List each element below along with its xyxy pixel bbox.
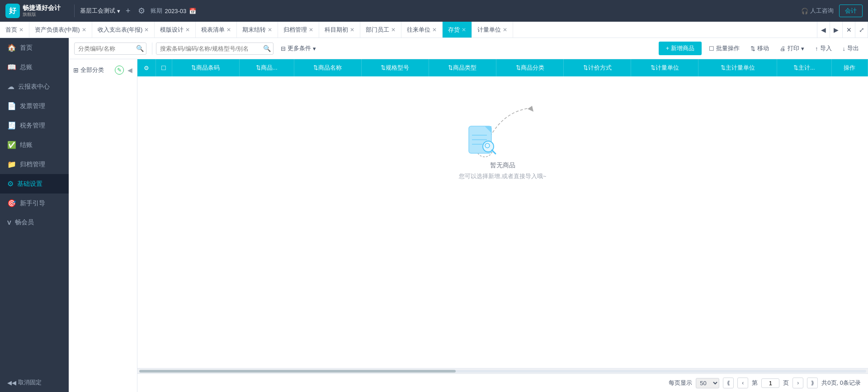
product-search-input[interactable] [156, 43, 274, 55]
col-price-method[interactable]: ⇅计价方式 [564, 59, 631, 76]
new-product-btn[interactable]: + 新增商品 [659, 42, 702, 55]
right-content: ⚙ ☐ ⇅商品条码 ⇅商品... ⇅商品名称 [137, 59, 868, 392]
tab-income-report-close[interactable]: ✕ [144, 27, 149, 33]
tab-subject-init-close[interactable]: ✕ [350, 27, 354, 33]
tab-archive-close[interactable]: ✕ [309, 27, 313, 33]
header-divider [74, 5, 75, 17]
batch-op-label: 批量操作 [716, 44, 740, 52]
tab-home-close[interactable]: ✕ [19, 27, 24, 33]
tab-dept-staff-label: 部门员工 [366, 26, 389, 34]
sidebar-item-basic-settings[interactable]: ⚙ 基础设置 [0, 174, 69, 194]
account-button[interactable]: 会计 [839, 5, 863, 17]
invoice-icon: 📄 [7, 102, 16, 110]
batch-icon: ☐ [709, 45, 714, 52]
tab-period-transfer-close[interactable]: ✕ [268, 27, 272, 33]
sidebar-item-member[interactable]: V 畅会员 [0, 213, 69, 232]
tab-measure-unit[interactable]: 计量单位 ✕ [472, 22, 513, 38]
batch-op-btn[interactable]: ☐ 批量操作 [705, 43, 743, 54]
tab-balance-sheet-close[interactable]: ✕ [82, 27, 86, 33]
tab-dept-staff[interactable]: 部门员工 ✕ [360, 22, 401, 38]
sidebar-item-cloud-report[interactable]: ☁ 云报表中心 [0, 77, 69, 96]
tab-bar: 首页 ✕ 资产负债表(中期) ✕ 收入支出表(年报) ✕ 模版设计 ✕ 税表清单… [0, 22, 868, 38]
page-first-btn[interactable]: ⟪ [723, 378, 734, 388]
tab-balance-sheet[interactable]: 资产负债表(中期) ✕ [29, 22, 92, 38]
settings-btn[interactable]: ⚙ [136, 6, 147, 16]
col-name[interactable]: ⇅商品名称 [294, 59, 361, 76]
sidebar-item-tax-label: 税务管理 [20, 122, 45, 130]
sidebar-item-ledger[interactable]: 📖 总账 [0, 57, 69, 77]
col-spec[interactable]: ⇅规格型号 [361, 59, 429, 76]
add-tab-btn[interactable]: + [124, 6, 132, 16]
table-container: ⚙ ☐ ⇅商品条码 ⇅商品... ⇅商品名称 [137, 59, 868, 368]
print-btn[interactable]: 🖨 打印 ▾ [776, 43, 808, 54]
tab-scroll-right[interactable]: ▶ [830, 22, 843, 38]
tab-contacts-close[interactable]: ✕ [432, 27, 437, 33]
tab-tax-list[interactable]: 税表清单 ✕ [196, 22, 237, 38]
tab-tax-list-close[interactable]: ✕ [226, 27, 231, 33]
company-name: 基层工会测试 [80, 7, 115, 15]
export-btn[interactable]: ↓ 导出 [839, 43, 863, 54]
tab-template-design[interactable]: 模版设计 ✕ [155, 22, 196, 38]
move-btn[interactable]: ⇅ 移动 [747, 43, 773, 54]
export-label: 导出 [847, 44, 859, 52]
per-page-select[interactable]: 50 100 200 [696, 378, 719, 388]
sidebar-item-tax[interactable]: 🧾 税务管理 [0, 116, 69, 135]
import-btn[interactable]: ↑ 导入 [811, 43, 835, 54]
filter-icon: ⊟ [281, 45, 286, 52]
sidebar-item-cloud-report-label: 云报表中心 [18, 83, 50, 91]
col-category[interactable]: ⇅商品分类 [496, 59, 564, 76]
tab-close-all[interactable]: ✕ [843, 22, 855, 38]
calendar-icon[interactable]: 📅 [189, 8, 196, 14]
sidebar-item-home[interactable]: 🏠 首页 [0, 38, 69, 57]
ai-consulting-btn[interactable]: 🎧 人工咨询 [801, 7, 834, 15]
sidebar-item-checkout[interactable]: ✅ 结账 [0, 135, 69, 155]
page-last-btn[interactable]: ⟫ [807, 378, 818, 388]
col-unit[interactable]: ⇅计量单位 [631, 59, 698, 76]
home-icon: 🏠 [7, 43, 16, 52]
tab-dept-staff-close[interactable]: ✕ [391, 27, 396, 33]
horizontal-scrollbar[interactable] [137, 368, 868, 373]
sidebar: 🏠 首页 📖 总账 ☁ 云报表中心 📄 发票管理 🧾 税务管理 ✅ 结账 📁 归… [0, 38, 69, 392]
tab-inventory[interactable]: 存货 ✕ [443, 22, 472, 38]
tab-inventory-label: 存货 [448, 26, 460, 34]
page-prev-btn[interactable]: ‹ [737, 378, 748, 388]
sidebar-item-archive[interactable]: 📁 归档管理 [0, 155, 69, 174]
import-label: 导入 [820, 44, 832, 52]
page-next-btn[interactable]: › [793, 378, 803, 388]
col-checkbox[interactable]: ☐ [156, 59, 172, 76]
tab-inventory-close[interactable]: ✕ [462, 27, 466, 33]
tab-archive[interactable]: 归档管理 ✕ [278, 22, 319, 38]
col-main-unit[interactable]: ⇅主计量单位 [698, 59, 777, 76]
tab-subject-init[interactable]: 科目期初 ✕ [319, 22, 360, 38]
page-number-input[interactable] [761, 378, 779, 388]
tab-scroll-left[interactable]: ◀ [817, 22, 830, 38]
tab-measure-unit-close[interactable]: ✕ [503, 27, 507, 33]
category-edit-btn[interactable]: ✎ [115, 66, 124, 75]
col-code[interactable]: ⇅商品... [239, 59, 294, 76]
tab-home[interactable]: 首页 ✕ [0, 22, 29, 38]
tab-income-report[interactable]: 收入支出表(年报) ✕ [92, 22, 155, 38]
col-barcode[interactable]: ⇅商品条码 [172, 59, 239, 76]
category-search-input[interactable] [74, 43, 146, 55]
tab-nav-buttons: ◀ ▶ ✕ ⤢ [817, 22, 868, 38]
col-main-unit2[interactable]: ⇅主计... [777, 59, 831, 76]
sidebar-item-guide[interactable]: 🎯 新手引导 [0, 194, 69, 213]
cloud-icon: ☁ [7, 82, 14, 91]
company-selector[interactable]: 基层工会测试 ▾ [80, 7, 120, 15]
tab-template-design-close[interactable]: ✕ [185, 27, 190, 33]
scroll-track[interactable] [139, 370, 866, 373]
tab-contacts[interactable]: 往来单位 ✕ [401, 22, 443, 38]
more-filter-btn[interactable]: ⊟ 更多条件 ▾ [277, 43, 320, 54]
period-label: 账期 [151, 7, 162, 15]
category-search-icon[interactable]: 🔍 [136, 45, 144, 52]
category-all-item[interactable]: ⊞ 全部分类 ✎ ◀ [69, 63, 137, 77]
tab-expand[interactable]: ⤢ [855, 22, 868, 38]
tab-period-transfer[interactable]: 期末结转 ✕ [237, 22, 278, 38]
product-search-icon[interactable]: 🔍 [263, 45, 271, 52]
sidebar-item-invoice[interactable]: 📄 发票管理 [0, 96, 69, 116]
sidebar-unpin-btn[interactable]: ◀◀ 取消固定 [0, 373, 69, 392]
scroll-thumb[interactable] [139, 370, 456, 373]
category-collapse-btn[interactable]: ◀ [127, 66, 132, 74]
col-type[interactable]: ⇅商品类型 [429, 59, 496, 76]
col-settings[interactable]: ⚙ [137, 59, 156, 76]
